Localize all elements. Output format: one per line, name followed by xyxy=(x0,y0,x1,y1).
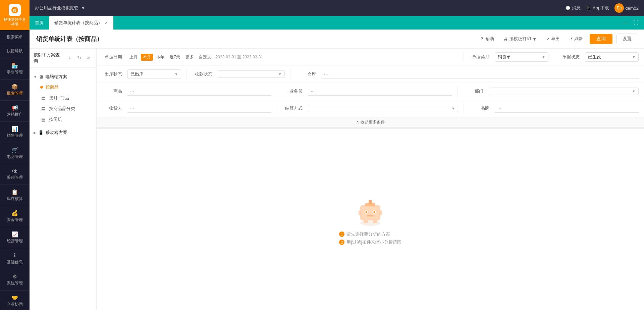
doc-status-select[interactable]: 已生效 ▼ xyxy=(585,52,639,62)
collect-status-arrow: ▼ xyxy=(278,72,282,76)
date-btn-last-month[interactable]: 上月 xyxy=(127,54,140,61)
sidebar-item-quicknav[interactable]: 快捷导航 xyxy=(0,44,30,58)
sidebar-item-purchase[interactable]: 🛍 采购管理 xyxy=(0,164,30,185)
sidebar-item-inventory[interactable]: 📋 库存核算 xyxy=(0,185,30,206)
purchase-icon: 🛍 xyxy=(12,168,17,174)
industry-dropdown[interactable]: ▼ xyxy=(81,6,85,10)
doc-type-label: 单据类型 xyxy=(469,54,489,60)
date-btn-more[interactable]: 更多 xyxy=(183,54,196,61)
receiver-input[interactable]: ··· xyxy=(127,104,271,113)
staff-input[interactable]: ··· xyxy=(308,87,452,96)
doc-type-select[interactable]: 销货单 ▼ xyxy=(495,52,548,62)
sidebar-item-wholesale[interactable]: 📦 批发管理 xyxy=(0,80,30,101)
sidebar-item-marketing[interactable]: 📢 营销推广 xyxy=(0,101,30,122)
date-btn-custom[interactable]: 自定义 xyxy=(197,54,213,61)
message-icon: 💬 xyxy=(565,6,571,11)
sidebar-item-ecommerce[interactable]: 🛒 电商管理 xyxy=(0,143,30,164)
sidebar-item-collab-label: 企业协同 xyxy=(7,302,23,307)
active-dot xyxy=(40,86,43,89)
sidebar-item-management[interactable]: 📈 经营管理 xyxy=(0,227,30,248)
date-range-text: 2023-03-01 至 2023-03-31 xyxy=(216,54,263,60)
sidebar-item-system-label: 系统管理 xyxy=(7,280,23,286)
divider-8 xyxy=(464,103,464,113)
sidebar-item-finance[interactable]: 💰 资金管理 xyxy=(0,206,30,227)
sidebar-item-sales[interactable]: 📊 销售管理 xyxy=(0,122,30,143)
download-icon: 📱 xyxy=(586,6,591,11)
sales-report-tab-label: 销货单统计表（按商品） xyxy=(54,20,102,26)
sidebar: 好 畅捷通好生意 标版 搜索菜单 快捷导航 🏪 零售管理 📦 批发管理 📢 营销… xyxy=(0,0,30,310)
sidebar-item-system[interactable]: ⚙ 系统管理 xyxy=(0,269,30,291)
warehouse-input[interactable]: ··· xyxy=(321,70,639,79)
page-title: 销货单统计表（按商品） xyxy=(36,35,103,47)
collapse-filters-button[interactable]: ∧ 收起更多条件 xyxy=(97,117,644,127)
tab-minimize-button[interactable]: — xyxy=(621,18,629,27)
goods-dots[interactable]: ··· xyxy=(130,89,134,94)
scheme-item-by-category-label: 按商品品分类 xyxy=(49,106,75,112)
top-header-left: 办公用品行业模拟账套 ▼ xyxy=(35,5,85,11)
sidebar-item-retail-label: 零售管理 xyxy=(7,69,23,75)
doc-type-arrow: ▼ xyxy=(542,55,545,59)
scheme-panel: 按以下方案查询 + ↻ « ▼ 🖥 电脑端方案 xyxy=(30,49,97,310)
out-status-select[interactable]: 已出库 ▼ xyxy=(127,69,181,79)
date-btn-this-year[interactable]: 本年 xyxy=(154,54,166,61)
scheme-item-by-driver[interactable]: ▤ 按司机 xyxy=(30,114,96,125)
scheme-item-by-driver-label: 按司机 xyxy=(49,116,62,122)
user-avatar: Ea xyxy=(614,3,624,13)
print-dropdown-icon[interactable]: ▼ xyxy=(532,37,537,42)
brand-input[interactable]: ··· xyxy=(495,104,639,113)
payment-select[interactable]: ▼ xyxy=(308,105,458,112)
svg-point-7 xyxy=(365,211,367,213)
message-button[interactable]: 💬 消息 xyxy=(565,5,581,11)
staff-dots[interactable]: ··· xyxy=(311,89,315,94)
brand-dots[interactable]: ··· xyxy=(497,106,501,111)
retail-icon: 🏪 xyxy=(11,62,18,69)
sidebar-item-collab[interactable]: 🤝 企业协同 xyxy=(0,291,30,310)
goods-input[interactable]: ··· xyxy=(127,87,271,96)
app-download-button[interactable]: 📱 App下载 xyxy=(586,5,609,11)
sidebar-item-baseinfo[interactable]: ℹ 基础信息 xyxy=(0,248,30,269)
content-area: 1 请先选择要分析的方案 2 用[过滤]条件来缩小分析范围 xyxy=(97,129,644,310)
scheme-item-by-category[interactable]: ▤ 按商品品分类 xyxy=(30,103,96,114)
query-button[interactable]: 查询 xyxy=(590,34,612,44)
scheme-group-mobile-header[interactable]: ▶ 📱 移动端方案 xyxy=(30,127,96,138)
scheme-add-button[interactable]: + xyxy=(66,54,73,62)
tab-sales-report[interactable]: 销货单统计表（按商品） × xyxy=(49,16,113,30)
sidebar-item-search[interactable]: 搜索菜单 xyxy=(0,30,30,44)
scheme-group-desktop-header[interactable]: ▼ 🖥 电脑端方案 xyxy=(30,72,96,82)
scheme-collapse-button[interactable]: « xyxy=(85,54,92,62)
dept-select[interactable]: ▼ xyxy=(489,88,639,95)
collab-icon: 🤝 xyxy=(11,295,18,301)
scheme-item-by-month-goods[interactable]: ▤ 按月+商品 xyxy=(30,93,96,103)
collapse-label: ∧ 收起更多条件 xyxy=(356,119,384,125)
svg-point-2 xyxy=(360,220,380,226)
refresh-button[interactable]: ↺ 刷新 xyxy=(567,35,586,43)
collect-status-label: 收款状态 xyxy=(192,71,212,77)
sidebar-logo[interactable]: 好 畅捷通好生意 标版 xyxy=(0,0,30,30)
collect-status-select[interactable]: ▼ xyxy=(218,70,285,78)
help-button[interactable]: ？ 帮助 xyxy=(477,35,497,43)
sidebar-item-retail[interactable]: 🏪 零售管理 xyxy=(0,58,30,80)
sidebar-item-marketing-label: 营销推广 xyxy=(7,112,23,117)
print-button[interactable]: 🖨 按模板打印 ▼ xyxy=(501,35,539,43)
dept-label: 部门 xyxy=(463,88,483,94)
scheme-refresh-button[interactable]: ↻ xyxy=(75,54,83,62)
export-button[interactable]: ↗ 导出 xyxy=(543,35,562,43)
date-btn-last7days[interactable]: 近7天 xyxy=(168,54,182,61)
warehouse-dots[interactable]: ··· xyxy=(324,71,328,77)
sidebar-item-finance-label: 资金管理 xyxy=(7,217,23,223)
date-btn-this-month[interactable]: 本月 xyxy=(141,54,153,61)
tab-maximize-button[interactable]: ⛶ xyxy=(632,18,640,27)
user-menu[interactable]: Ea demo2 xyxy=(614,3,639,13)
tab-home[interactable]: 首页 xyxy=(30,16,49,30)
baseinfo-icon: ℹ xyxy=(14,252,16,259)
tabs-bar: 首页 销货单统计表（按商品） × — ⛶ xyxy=(30,16,644,30)
home-tab-label: 首页 xyxy=(35,20,44,26)
wholesale-icon: 📦 xyxy=(11,84,18,90)
receiver-dots[interactable]: ··· xyxy=(130,106,134,111)
scheme-item-by-goods[interactable]: 按商品 xyxy=(30,82,96,93)
system-icon: ⚙ xyxy=(12,273,17,280)
payment-arrow: ▼ xyxy=(451,106,455,110)
goods-label: 商品 xyxy=(102,88,122,94)
tab-close-button[interactable]: × xyxy=(104,20,108,26)
settings-button[interactable]: 设置 xyxy=(616,34,637,44)
